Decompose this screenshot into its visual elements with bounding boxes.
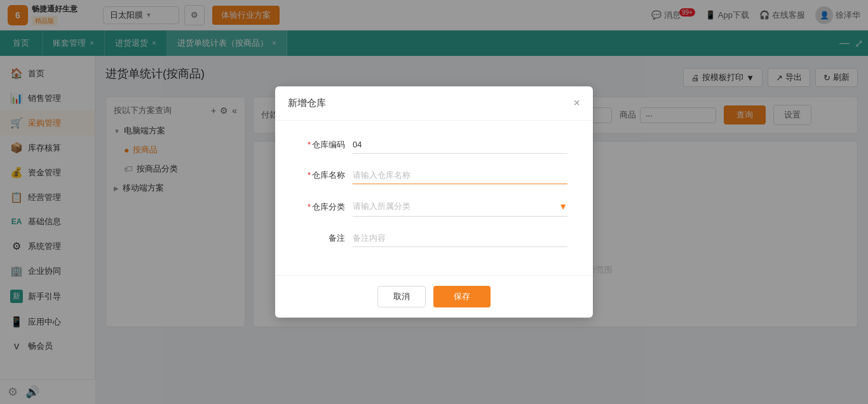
warehouse-remark-input[interactable] xyxy=(353,229,567,247)
add-warehouse-modal: 新增仓库 × 仓库编码 仓库名称 仓库分类 请输入所属分类 ▼ xyxy=(275,86,593,318)
warehouse-category-select[interactable]: 请输入所属分类 ▼ xyxy=(353,197,567,217)
name-label: 仓库名称 xyxy=(301,170,345,181)
modal-header: 新增仓库 × xyxy=(275,86,593,121)
cancel-button[interactable]: 取消 xyxy=(377,286,426,307)
form-row-category: 仓库分类 请输入所属分类 ▼ xyxy=(301,197,567,217)
category-label: 仓库分类 xyxy=(301,201,345,213)
code-label: 仓库编码 xyxy=(301,139,345,151)
form-row-name: 仓库名称 xyxy=(301,166,567,184)
modal-close-button[interactable]: × xyxy=(573,97,580,110)
category-arrow-icon: ▼ xyxy=(559,201,567,212)
modal-overlay[interactable]: 新增仓库 × 仓库编码 仓库名称 仓库分类 请输入所属分类 ▼ xyxy=(0,0,868,404)
warehouse-name-input[interactable] xyxy=(353,166,567,184)
category-placeholder: 请输入所属分类 xyxy=(353,201,410,212)
warehouse-code-input[interactable] xyxy=(353,136,567,154)
save-button[interactable]: 保存 xyxy=(433,286,491,307)
form-row-code: 仓库编码 xyxy=(301,136,567,154)
modal-title: 新增仓库 xyxy=(288,97,326,109)
modal-body: 仓库编码 仓库名称 仓库分类 请输入所属分类 ▼ 备注 xyxy=(275,121,593,275)
form-row-remark: 备注 xyxy=(301,229,567,247)
modal-footer: 取消 保存 xyxy=(275,275,593,318)
remark-label: 备注 xyxy=(301,232,345,244)
